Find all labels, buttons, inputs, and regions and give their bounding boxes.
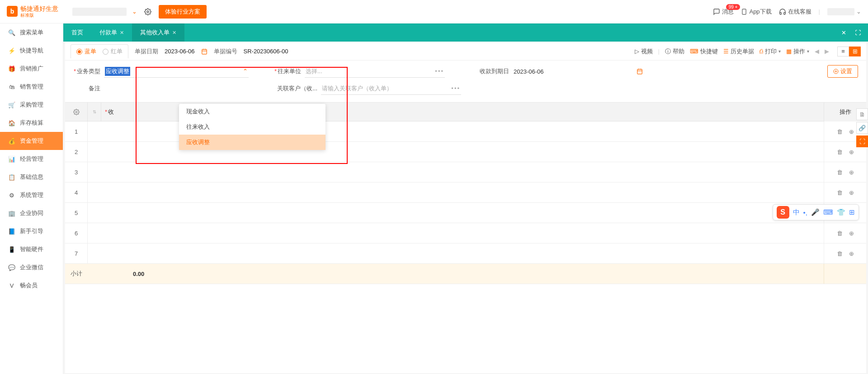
history-button[interactable]: ☰历史单据 <box>723 47 754 56</box>
close-icon[interactable]: ✕ <box>120 30 124 36</box>
calendar-icon[interactable] <box>201 48 208 55</box>
add-icon[interactable]: ⊕ <box>849 250 854 257</box>
calendar-icon[interactable] <box>637 68 643 75</box>
sidebar-item-9[interactable]: ⚙系统管理 <box>0 186 63 204</box>
tab-1[interactable]: 付款单✕ <box>91 23 132 42</box>
messages-badge: 99 + <box>726 4 741 10</box>
remark-input[interactable] <box>104 82 249 95</box>
view-card-button[interactable]: ⊞ <box>849 47 861 56</box>
messages-button[interactable]: 消息 99 + <box>713 8 734 16</box>
radio-red[interactable]: 红单 <box>103 47 123 56</box>
customer-placeholder: 请输入关联客户（收入单） <box>322 84 392 93</box>
user-menu[interactable]: ⌄ <box>827 8 861 15</box>
logo-icon: b <box>7 6 18 17</box>
table-row[interactable]: 5🗑⊕ <box>65 203 866 223</box>
video-button[interactable]: ▷视频 <box>635 47 653 56</box>
table-row[interactable]: 7🗑⊕ <box>65 243 866 264</box>
chevron-down-icon: ▾ <box>807 49 809 54</box>
sidebar-item-label: 智能硬件 <box>20 245 43 253</box>
view-list-button[interactable]: ≡ <box>837 47 849 56</box>
table-row[interactable]: 6🗑⊕ <box>65 223 866 243</box>
fullscreen-icon[interactable]: ⛶ <box>856 136 868 147</box>
ime-apps-icon[interactable]: ⊞ <box>849 208 855 216</box>
sort-icon[interactable]: ⇅ <box>88 103 101 121</box>
bill-date-value[interactable]: 2023-06-06 <box>165 48 195 55</box>
biz-type-value: 应收调整 <box>105 67 130 76</box>
dropdown-item-0[interactable]: 现金收入 <box>179 104 326 119</box>
print-button[interactable]: ⎙打印▾ <box>760 47 781 56</box>
dropdown-item-2[interactable]: 应收调整 <box>179 135 326 150</box>
sidebar-item-14[interactable]: V畅会员 <box>0 276 63 295</box>
notes-icon[interactable]: 🗎 <box>856 108 868 120</box>
ime-mic-icon[interactable]: 🎤 <box>811 208 820 216</box>
sidebar-icon: 📋 <box>8 173 15 181</box>
sidebar-icon: 💬 <box>8 264 15 271</box>
delete-icon[interactable]: 🗑 <box>837 128 843 135</box>
party-input[interactable]: 选择... ••• <box>305 65 445 78</box>
settings-icon[interactable] <box>142 6 153 17</box>
add-icon[interactable]: ⊕ <box>849 189 854 196</box>
table-row[interactable]: 4🗑⊕ <box>65 182 866 203</box>
online-support-button[interactable]: 在线客服 <box>779 8 811 16</box>
customer-input[interactable]: 请输入关联客户（收入单） ••• <box>321 82 461 95</box>
tab-label: 其他收入单 <box>140 28 170 37</box>
sidebar-item-11[interactable]: 📘新手引导 <box>0 222 63 240</box>
tab-bar: 首页付款单✕其他收入单✕ ✕ <box>63 23 868 42</box>
help-button[interactable]: ⓘ帮助 <box>665 47 684 56</box>
app-download-button[interactable]: App下载 <box>741 8 771 16</box>
due-date-value: 2023-06-06 <box>514 68 544 75</box>
ime-sogou-icon[interactable]: S <box>777 206 789 219</box>
sidebar-item-2[interactable]: 🎁营销推广 <box>0 60 63 78</box>
delete-icon[interactable]: 🗑 <box>837 230 843 237</box>
sidebar-item-8[interactable]: 📋基础信息 <box>0 168 63 186</box>
delete-icon[interactable]: 🗑 <box>837 189 843 196</box>
delete-icon[interactable]: 🗑 <box>837 250 843 257</box>
next-arrow-icon[interactable]: ▶ <box>825 48 829 55</box>
delete-icon[interactable]: 🗑 <box>837 149 843 155</box>
radio-blue[interactable]: 蓝单 <box>76 47 96 56</box>
sidebar-item-7[interactable]: 📊经营管理 <box>0 150 63 168</box>
operation-button[interactable]: ▦操作▾ <box>786 47 809 56</box>
sidebar-icon: 🎁 <box>8 65 15 72</box>
sidebar-item-0[interactable]: 🔍搜索菜单 <box>0 23 63 42</box>
sidebar-icon: 🏢 <box>8 210 15 217</box>
ime-lang[interactable]: 中 <box>793 208 800 217</box>
due-date-input[interactable]: 2023-06-06 <box>513 65 644 78</box>
org-dropdown-caret[interactable]: ⌄ <box>132 8 137 15</box>
sidebar-item-4[interactable]: 🛒采购管理 <box>0 96 63 114</box>
delete-icon[interactable]: 🗑 <box>837 169 843 176</box>
tab-2[interactable]: 其他收入单✕ <box>132 23 184 42</box>
prev-arrow-icon[interactable]: ◀ <box>815 48 819 55</box>
close-all-tabs-icon[interactable]: ✕ <box>838 27 849 38</box>
logo-text: 畅捷通好生意 <box>20 5 58 12</box>
ime-keyboard-icon[interactable]: ⌨ <box>823 208 833 216</box>
right-float-toolbar: 🗎 🔗 ⛶ <box>856 108 868 147</box>
close-icon[interactable]: ✕ <box>172 30 176 36</box>
add-icon[interactable]: ⊕ <box>849 149 854 155</box>
sidebar-item-6[interactable]: 💰资金管理 <box>0 132 63 150</box>
more-icon[interactable]: ••• <box>451 85 460 92</box>
table-row[interactable]: 3🗑⊕ <box>65 162 866 182</box>
sidebar-item-5[interactable]: 🏠库存核算 <box>0 114 63 132</box>
add-icon[interactable]: ⊕ <box>849 230 854 237</box>
tab-0[interactable]: 首页 <box>63 23 91 42</box>
shortcut-button[interactable]: ⌨快捷键 <box>690 47 718 56</box>
dropdown-item-1[interactable]: 往来收入 <box>179 119 326 135</box>
ime-skin-icon[interactable]: 👕 <box>837 208 845 216</box>
biz-type-input[interactable]: 应收调整 ⌃ <box>104 65 249 78</box>
sidebar-item-1[interactable]: ⚡快捷导航 <box>0 42 63 60</box>
sidebar-item-label: 系统管理 <box>20 191 43 199</box>
table-settings-icon[interactable] <box>65 103 88 121</box>
sidebar-item-10[interactable]: 🏢企业协同 <box>0 204 63 222</box>
expand-icon[interactable] <box>853 27 863 38</box>
more-icon[interactable]: ••• <box>435 68 444 75</box>
add-icon[interactable]: ⊕ <box>849 128 854 135</box>
sidebar-item-13[interactable]: 💬企业微信 <box>0 258 63 276</box>
ime-punct-icon[interactable]: •, <box>803 209 807 216</box>
sidebar-item-3[interactable]: 🛍销售管理 <box>0 78 63 96</box>
try-industry-button[interactable]: 体验行业方案 <box>159 5 207 19</box>
sidebar-item-12[interactable]: 📱智能硬件 <box>0 240 63 258</box>
link-icon[interactable]: 🔗 <box>856 122 868 134</box>
settings-button[interactable]: 设置 <box>827 65 858 78</box>
add-icon[interactable]: ⊕ <box>849 169 854 176</box>
